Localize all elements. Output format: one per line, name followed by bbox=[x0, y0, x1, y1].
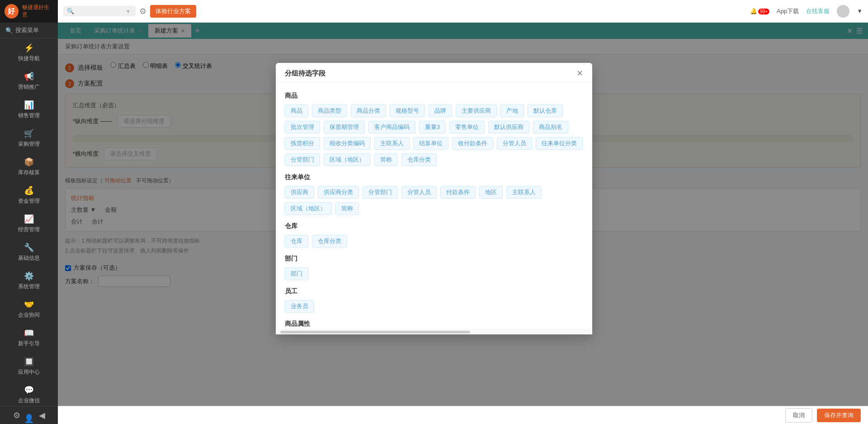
tag-group-warehouse: 仓库仓库分类 bbox=[285, 235, 583, 248]
tag-partner-4[interactable]: 付款条件 bbox=[440, 186, 476, 199]
sidebar-sales-label: 销售管理 bbox=[18, 112, 40, 119]
tag-product-20[interactable]: 分管人员 bbox=[497, 137, 532, 150]
sidebar-item-basic[interactable]: 🔧基础信息 bbox=[0, 238, 58, 267]
tag-partner-5[interactable]: 地区 bbox=[479, 186, 503, 199]
tag-product-23[interactable]: 区域（地区） bbox=[324, 153, 371, 166]
section-product: 商品商品商品类型商品分类规格型号品牌主要供应商产地默认仓库批次管理保质期管理客户… bbox=[285, 92, 583, 166]
sidebar-operations-label: 经营管理 bbox=[18, 226, 40, 233]
sidebar-sales-icon: 📊 bbox=[24, 100, 34, 110]
tag-product-14[interactable]: 商品别名 bbox=[533, 121, 568, 133]
sidebar-item-system[interactable]: ⚙️系统管理 bbox=[0, 267, 58, 295]
sidebar-inventory-label: 库存核算 bbox=[18, 169, 40, 176]
volume-icon[interactable]: ◀ bbox=[39, 410, 45, 420]
tag-product-2[interactable]: 商品分类 bbox=[351, 105, 386, 117]
sidebar-item-corp[interactable]: 🤝企业协同 bbox=[0, 295, 58, 324]
tag-product-9[interactable]: 保质期管理 bbox=[324, 121, 365, 133]
cancel-button[interactable]: 取消 bbox=[785, 408, 812, 423]
tag-product-11[interactable]: 重量3 bbox=[419, 121, 446, 133]
sidebar-basic-label: 基础信息 bbox=[18, 254, 40, 262]
tag-product-16[interactable]: 税收分类编码 bbox=[324, 137, 371, 150]
tag-product-22[interactable]: 分管部门 bbox=[285, 153, 320, 166]
tag-product-18[interactable]: 结算单位 bbox=[413, 137, 448, 150]
sidebar-quick-nav-icon: ⚡ bbox=[24, 43, 34, 53]
modal-header: 分组待选字段 ✕ bbox=[276, 63, 592, 83]
search-label: 搜索菜单 bbox=[15, 26, 39, 34]
settings-icon[interactable]: ⚙ bbox=[139, 6, 146, 16]
tag-partner-2[interactable]: 分管部门 bbox=[363, 186, 398, 199]
sidebar-item-marketing[interactable]: 📢营销推广 bbox=[0, 67, 58, 95]
tag-product-17[interactable]: 主联系人 bbox=[374, 137, 410, 150]
tag-partner-0[interactable]: 供应商 bbox=[285, 186, 314, 199]
tag-product-15[interactable]: 拣货积分 bbox=[285, 137, 320, 150]
sidebar-item-wechat[interactable]: 💬企业微信 bbox=[0, 381, 58, 409]
sidebar-purchase-icon: 🛒 bbox=[24, 129, 34, 138]
tag-product-10[interactable]: 客户商品编码 bbox=[368, 121, 415, 133]
tag-product-3[interactable]: 规格型号 bbox=[390, 105, 425, 117]
logo-text: 畅捷通好生意 bbox=[22, 4, 53, 18]
section-title-product: 商品 bbox=[285, 92, 583, 100]
sidebar-wechat-icon: 💬 bbox=[24, 385, 34, 395]
tag-employee-0[interactable]: 业务员 bbox=[285, 300, 314, 313]
sidebar-search[interactable]: 🔍 搜索菜单 bbox=[0, 23, 58, 38]
sidebar-inventory-icon: 📦 bbox=[24, 157, 34, 167]
sidebar-item-finance[interactable]: 💰资金管理 bbox=[0, 181, 58, 210]
section-product-attr: 商品属性属性颜色多规格尺码鞋码1 bbox=[285, 320, 583, 329]
sidebar-item-quick-nav[interactable]: ⚡快捷导航 bbox=[0, 38, 58, 67]
sidebar-marketing-label: 营销推广 bbox=[18, 83, 40, 91]
tag-product-21[interactable]: 往来单位分类 bbox=[536, 137, 583, 150]
sidebar-item-purchase[interactable]: 🛒采购管理 bbox=[0, 124, 58, 152]
app-download-link[interactable]: App下载 bbox=[777, 7, 799, 15]
tag-warehouse-0[interactable]: 仓库 bbox=[285, 235, 308, 248]
tag-warehouse-1[interactable]: 仓库分类 bbox=[312, 235, 347, 248]
tag-product-7[interactable]: 默认仓库 bbox=[528, 105, 563, 117]
sidebar-item-apps[interactable]: 🔲应用中心 bbox=[0, 352, 58, 381]
sidebar-item-guide[interactable]: 📖新手引导 bbox=[0, 324, 58, 352]
tag-group-employee: 业务员 bbox=[285, 300, 583, 313]
user-avatar[interactable] bbox=[837, 5, 849, 18]
tag-group-product: 商品商品类型商品分类规格型号品牌主要供应商产地默认仓库批次管理保质期管理客户商品… bbox=[285, 105, 583, 166]
online-support-link[interactable]: 在线客服 bbox=[806, 7, 830, 15]
tag-partner-3[interactable]: 分管人员 bbox=[401, 186, 437, 199]
modal-body[interactable]: 商品商品商品类型商品分类规格型号品牌主要供应商产地默认仓库批次管理保质期管理客户… bbox=[276, 83, 592, 329]
topbar-search-box[interactable]: 🔍 ▼ bbox=[63, 6, 136, 16]
tag-product-5[interactable]: 主要供应商 bbox=[456, 105, 497, 117]
topbar-dropdown-icon[interactable]: ▼ bbox=[126, 9, 131, 14]
tag-product-25[interactable]: 仓库分类 bbox=[401, 153, 437, 166]
sidebar-item-inventory[interactable]: 📦库存核算 bbox=[0, 152, 58, 181]
tag-partner-6[interactable]: 主联系人 bbox=[506, 186, 542, 199]
sidebar-item-operations[interactable]: 📈经营管理 bbox=[0, 210, 58, 238]
section-warehouse: 仓库仓库仓库分类 bbox=[285, 222, 583, 248]
sidebar-guide-icon: 📖 bbox=[24, 328, 34, 338]
topbar-search-input[interactable] bbox=[76, 8, 126, 14]
tag-product-13[interactable]: 默认供应商 bbox=[488, 121, 529, 133]
settings-bottom-icon[interactable]: ⚙ bbox=[13, 410, 20, 420]
modal-hscroll-thumb bbox=[280, 331, 470, 333]
modal-close-btn[interactable]: ✕ bbox=[576, 69, 583, 77]
tag-department-0[interactable]: 部门 bbox=[285, 267, 308, 280]
user-dropdown[interactable]: ▼ bbox=[857, 8, 863, 14]
sidebar: 好 畅捷通好生意 🔍 搜索菜单 ⚡快捷导航📢营销推广📊销售管理🛒采购管理📦库存核… bbox=[0, 0, 58, 424]
tag-partner-8[interactable]: 简称 bbox=[335, 202, 359, 215]
experience-btn[interactable]: 体验行业方案 bbox=[150, 5, 196, 18]
tag-partner-1[interactable]: 供应商分类 bbox=[318, 186, 359, 199]
section-title-product-attr: 商品属性 bbox=[285, 320, 583, 328]
tag-product-0[interactable]: 商品 bbox=[285, 105, 308, 117]
tag-product-8[interactable]: 批次管理 bbox=[285, 121, 320, 133]
sidebar-item-sales[interactable]: 📊销售管理 bbox=[0, 95, 58, 124]
tag-product-19[interactable]: 收付款条件 bbox=[452, 137, 493, 150]
tag-product-12[interactable]: 零售单位 bbox=[449, 121, 485, 133]
tag-product-6[interactable]: 产地 bbox=[500, 105, 524, 117]
tag-product-24[interactable]: 简称 bbox=[374, 153, 398, 166]
notification-badge: 99+ bbox=[758, 9, 769, 14]
tag-product-4[interactable]: 品牌 bbox=[429, 105, 452, 117]
topbar-right: 🔔99+ App下载 在线客服 ▼ bbox=[750, 5, 863, 18]
sidebar-system-icon: ⚙️ bbox=[24, 271, 34, 281]
sidebar-finance-label: 资金管理 bbox=[18, 197, 40, 205]
save-button[interactable]: 保存并查询 bbox=[817, 409, 861, 422]
modal-horizontal-scrollbar[interactable] bbox=[276, 329, 592, 334]
sidebar-corp-label: 企业协同 bbox=[18, 311, 40, 319]
tag-product-1[interactable]: 商品类型 bbox=[312, 105, 347, 117]
notification-item[interactable]: 🔔99+ bbox=[750, 8, 769, 14]
tag-group-department: 部门 bbox=[285, 267, 583, 280]
tag-partner-7[interactable]: 区域（地区） bbox=[285, 202, 332, 215]
